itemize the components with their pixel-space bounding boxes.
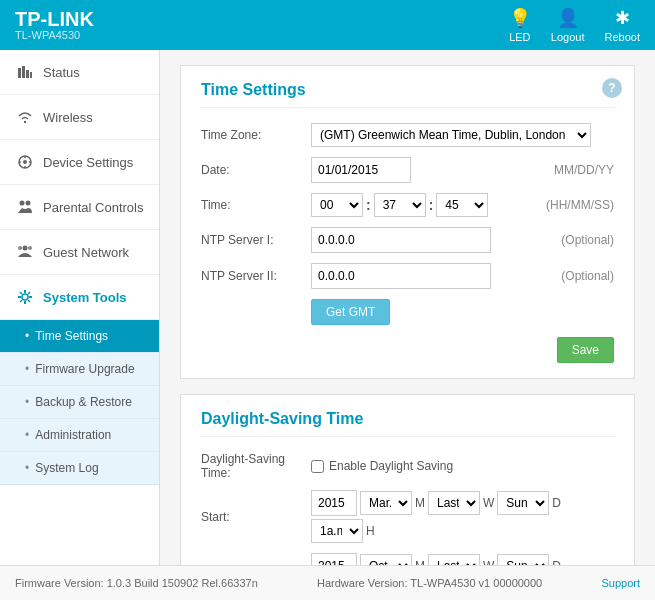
end-w-label: W: [483, 559, 494, 565]
enable-daylight-checkbox-label: Enable Daylight Saving: [329, 459, 453, 473]
time-ss-select[interactable]: 45: [436, 193, 488, 217]
start-time-select[interactable]: 1a.m.: [311, 519, 363, 543]
reboot-button[interactable]: ✱ Reboot: [605, 7, 640, 43]
sidebar-label-system-tools: System Tools: [43, 290, 127, 305]
svg-rect-3: [30, 72, 32, 78]
submenu-item-backup-restore[interactable]: Backup & Restore: [0, 386, 159, 419]
sidebar-item-wireless[interactable]: Wireless: [0, 95, 159, 140]
start-label: Start:: [201, 510, 311, 524]
start-row: Start: Mar. M Last W Sun. D: [201, 490, 614, 543]
time-hint: (HH/MM/SS): [546, 198, 614, 212]
led-button[interactable]: 💡 LED: [509, 7, 531, 43]
time-save-button[interactable]: Save: [557, 337, 614, 363]
submenu-label-administration: Administration: [35, 428, 111, 442]
start-month-select[interactable]: Mar.: [360, 491, 412, 515]
footer: Firmware Version: 1.0.3 Build 150902 Rel…: [0, 565, 655, 600]
start-d-label: D: [552, 496, 561, 510]
time-hh-select[interactable]: 00: [311, 193, 363, 217]
start-controls: Mar. M Last W Sun. D 1a.m. H: [311, 490, 614, 543]
get-gmt-button[interactable]: Get GMT: [311, 299, 390, 325]
ntp1-value: [311, 227, 553, 253]
enable-daylight-checkbox[interactable]: [311, 460, 324, 473]
time-settings-help-icon[interactable]: ?: [602, 78, 622, 98]
end-week-select[interactable]: Last: [428, 554, 480, 565]
time-sep-1: :: [366, 197, 371, 213]
logout-button[interactable]: 👤 Logout: [551, 7, 585, 43]
time-save-row: Save: [201, 337, 614, 363]
time-label: Time:: [201, 198, 311, 212]
date-value: [311, 157, 546, 183]
ntp2-value: [311, 263, 553, 289]
start-w-label: W: [483, 496, 494, 510]
time-settings-section: Time Settings ? Time Zone: (GMT) Greenwi…: [180, 65, 635, 379]
ntp2-input[interactable]: [311, 263, 491, 289]
sidebar-item-system-tools[interactable]: System Tools: [0, 275, 159, 320]
enable-daylight-checkbox-row: Enable Daylight Saving: [311, 459, 453, 473]
ntp1-input[interactable]: [311, 227, 491, 253]
timezone-select[interactable]: (GMT) Greenwich Mean Time, Dublin, Londo…: [311, 123, 591, 147]
main-content: Time Settings ? Time Zone: (GMT) Greenwi…: [160, 50, 655, 565]
svg-point-11: [26, 201, 31, 206]
date-row: Date: MM/DD/YY: [201, 157, 614, 183]
end-d-label: D: [552, 559, 561, 565]
end-year-input[interactable]: [311, 553, 357, 565]
start-day-select[interactable]: Sun.: [497, 491, 549, 515]
sidebar-label-status: Status: [43, 65, 80, 80]
get-gmt-row: Get GMT: [311, 299, 614, 325]
system-tools-icon: [15, 287, 35, 307]
logout-icon: 👤: [557, 7, 579, 29]
end-day-select[interactable]: Sun.: [497, 554, 549, 565]
submenu-item-system-log[interactable]: System Log: [0, 452, 159, 485]
daylight-saving-section: Daylight-Saving Time Daylight-Saving Tim…: [180, 394, 635, 565]
svg-line-20: [20, 292, 22, 294]
submenu-item-firmware-upgrade[interactable]: Firmware Upgrade: [0, 353, 159, 386]
svg-rect-2: [26, 70, 29, 78]
sidebar-label-wireless: Wireless: [43, 110, 93, 125]
svg-point-5: [23, 160, 27, 164]
sidebar-item-parental-controls[interactable]: Parental Controls: [0, 185, 159, 230]
date-input[interactable]: [311, 157, 411, 183]
sidebar-label-device-settings: Device Settings: [43, 155, 133, 170]
status-icon: [15, 62, 35, 82]
logout-label: Logout: [551, 31, 585, 43]
end-month-select[interactable]: Oct.: [360, 554, 412, 565]
wireless-icon: [15, 107, 35, 127]
svg-rect-1: [22, 66, 25, 78]
svg-rect-0: [18, 68, 21, 78]
date-label: Date:: [201, 163, 311, 177]
sidebar: Status Wireless Device Settings Parental…: [0, 50, 160, 565]
submenu-item-time-settings[interactable]: Time Settings: [0, 320, 159, 353]
hardware-version: Hardware Version: TL-WPA4530 v1 00000000: [317, 577, 542, 589]
support-link[interactable]: Support: [601, 577, 640, 589]
daylight-saving-title: Daylight-Saving Time: [201, 410, 614, 437]
end-controls: Oct. M Last W Sun. D 1a.m. H: [311, 553, 614, 565]
end-m-label: M: [415, 559, 425, 565]
header-actions: 💡 LED 👤 Logout ✱ Reboot: [509, 7, 640, 43]
timezone-row: Time Zone: (GMT) Greenwich Mean Time, Du…: [201, 123, 614, 147]
layout: Status Wireless Device Settings Parental…: [0, 50, 655, 565]
svg-line-21: [28, 300, 30, 302]
start-week-select[interactable]: Last: [428, 491, 480, 515]
timezone-label: Time Zone:: [201, 128, 311, 142]
submenu-item-administration[interactable]: Administration: [0, 419, 159, 452]
ntp2-hint: (Optional): [561, 269, 614, 283]
sidebar-label-guest-network: Guest Network: [43, 245, 129, 260]
ntp1-hint: (Optional): [561, 233, 614, 247]
logo: TP-LINK TL-WPA4530: [15, 9, 94, 41]
time-mm-select[interactable]: 37: [374, 193, 426, 217]
header: TP-LINK TL-WPA4530 💡 LED 👤 Logout ✱ Rebo…: [0, 0, 655, 50]
time-sep-2: :: [429, 197, 434, 213]
start-year-input[interactable]: [311, 490, 357, 516]
enable-daylight-label: Daylight-Saving Time:: [201, 452, 311, 480]
led-icon: 💡: [509, 7, 531, 29]
sidebar-item-status[interactable]: Status: [0, 50, 159, 95]
start-h-label: H: [366, 524, 375, 538]
sidebar-item-device-settings[interactable]: Device Settings: [0, 140, 159, 185]
firmware-version: Firmware Version: 1.0.3 Build 150902 Rel…: [15, 577, 258, 589]
submenu-label-time-settings: Time Settings: [35, 329, 108, 343]
ntp1-label: NTP Server I:: [201, 233, 311, 247]
ntp2-label: NTP Server II:: [201, 269, 311, 283]
reboot-label: Reboot: [605, 31, 640, 43]
svg-line-23: [20, 300, 22, 302]
sidebar-item-guest-network[interactable]: Guest Network: [0, 230, 159, 275]
